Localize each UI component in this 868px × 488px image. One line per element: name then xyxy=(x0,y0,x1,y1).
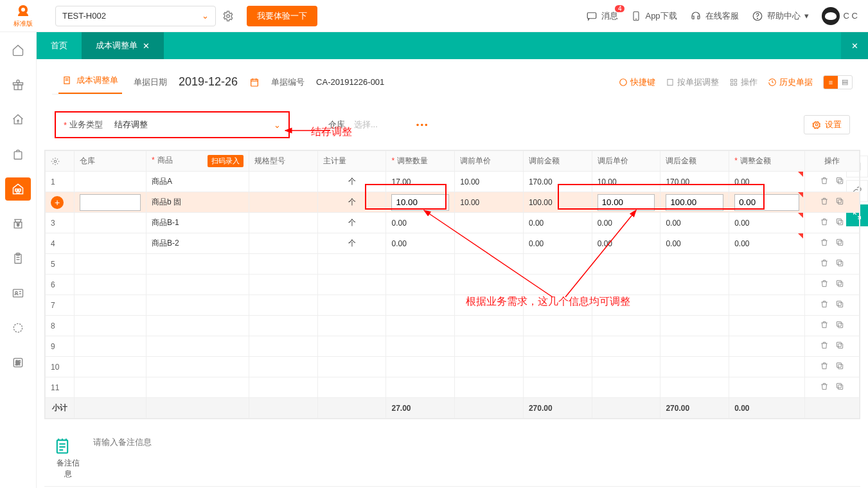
logo-icon xyxy=(15,4,31,19)
messages-button[interactable]: 消息 4 xyxy=(586,10,618,22)
top-header: 标准版 TEST-H002 ⌄ 我要体验一下 消息 4 App下载 在线客服 帮… xyxy=(0,0,868,32)
headset-icon xyxy=(690,10,702,22)
header-right: 消息 4 App下载 在线客服 帮助中心 ▾ C C xyxy=(586,7,858,25)
tabs-close-all[interactable]: ✕ xyxy=(841,32,868,59)
logo: 标准版 xyxy=(10,4,36,28)
nav-home-icon[interactable] xyxy=(5,39,31,59)
svg-point-1 xyxy=(227,14,230,17)
message-icon xyxy=(586,10,598,22)
phone-icon xyxy=(631,10,641,22)
left-nav-rail: ¥ 新 xyxy=(0,32,37,59)
tenant-name: TEST-H002 xyxy=(62,11,106,21)
workspace-tabs: 首页 成本调整单 ✕ ✕ xyxy=(37,32,868,59)
logo-text: 标准版 xyxy=(13,19,33,28)
close-icon[interactable]: ✕ xyxy=(143,41,150,51)
experience-button[interactable]: 我要体验一下 xyxy=(247,6,317,26)
help-icon xyxy=(752,10,763,22)
messages-badge: 4 xyxy=(615,5,625,12)
user-menu[interactable]: C C xyxy=(822,7,858,25)
chevron-down-icon: ⌄ xyxy=(202,11,209,21)
tenant-select[interactable]: TEST-H002 ⌄ xyxy=(55,6,216,26)
chevron-down-icon: ▾ xyxy=(804,11,809,21)
service-button[interactable]: 在线客服 xyxy=(690,10,739,22)
svg-rect-2 xyxy=(588,12,597,18)
app-download-button[interactable]: App下载 xyxy=(631,10,677,22)
svg-point-0 xyxy=(21,8,25,12)
avatar xyxy=(822,7,840,25)
settings-gear-icon[interactable] xyxy=(222,10,234,22)
tab-cost-adjust[interactable]: 成本调整单 ✕ xyxy=(82,32,164,59)
tab-home[interactable]: 首页 xyxy=(37,32,82,59)
help-button[interactable]: 帮助中心 ▾ xyxy=(752,10,809,22)
svg-point-6 xyxy=(757,18,757,19)
